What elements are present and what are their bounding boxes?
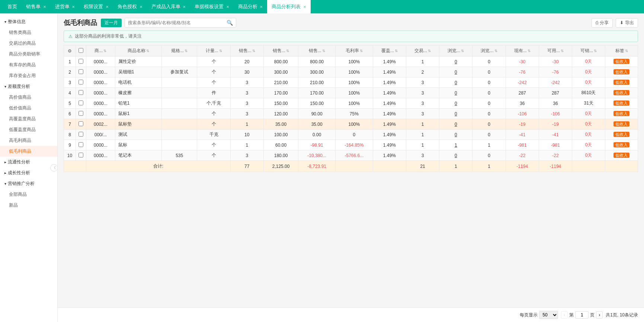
nav-home[interactable]: 首页: [3, 0, 22, 13]
row-view1[interactable]: 0: [439, 98, 472, 109]
sidebar-item-high-value[interactable]: 高价值商品: [0, 92, 57, 103]
per-page-select[interactable]: 50 20 100: [539, 311, 558, 319]
col-sales3[interactable]: 销售...⇅: [298, 45, 336, 57]
col-name[interactable]: 商品名称⇅: [115, 45, 161, 57]
share-button[interactable]: ⎙ 分享: [592, 18, 613, 28]
row-name[interactable]: 鼠标: [115, 140, 161, 150]
row-name[interactable]: 笔记本: [115, 150, 161, 161]
row-checkbox-cell[interactable]: [76, 57, 86, 67]
export-button[interactable]: ⬇ 导出: [616, 18, 638, 28]
col-gross[interactable]: 毛利率⇅: [336, 45, 373, 57]
nav-goods-analysis[interactable]: 商品分析 ✕: [234, 0, 267, 13]
filter-month-button[interactable]: 近一月: [101, 19, 122, 27]
sidebar-item-all-goods[interactable]: 全部商品: [0, 189, 57, 200]
row-checkbox[interactable]: [79, 142, 83, 147]
col-tag[interactable]: 标签⇅: [605, 45, 638, 57]
nav-close-goods-analysis-list[interactable]: ✕: [303, 5, 306, 9]
sidebar-item-low-value[interactable]: 低价值商品: [0, 103, 57, 114]
sidebar-item-in-stock[interactable]: 有库存的商品: [0, 60, 57, 70]
row-checkbox-cell[interactable]: [76, 88, 86, 98]
row-checkbox[interactable]: [79, 132, 83, 137]
nav-close-permission[interactable]: ✕: [106, 5, 109, 9]
sidebar-item-high-coverage[interactable]: 高覆盖度商品: [0, 114, 57, 124]
sidebar-collapse-btn[interactable]: 《: [50, 164, 58, 172]
nav-close-purchase[interactable]: ✕: [72, 5, 75, 9]
row-view1[interactable]: 0: [439, 109, 472, 119]
nav-close-sales[interactable]: ✕: [43, 5, 46, 9]
sidebar-item-low-profit[interactable]: 低毛利商品: [0, 146, 57, 157]
sidebar-item-sales-goods[interactable]: 销售类商品: [0, 27, 57, 38]
row-checkbox-cell[interactable]: [76, 130, 86, 140]
sidebar-group-growth[interactable]: ▸ 成长性分析: [0, 168, 57, 178]
sidebar-item-low-coverage[interactable]: 低覆盖度商品: [0, 124, 57, 135]
row-view1[interactable]: 0: [439, 77, 472, 88]
col-settings[interactable]: ⚙: [64, 45, 76, 57]
nav-close-role[interactable]: ✕: [140, 5, 142, 9]
sidebar-item-capital[interactable]: 库存资金占用: [0, 70, 57, 81]
nav-close-product-entry[interactable]: ✕: [183, 5, 186, 9]
row-checkbox[interactable]: [79, 80, 83, 85]
col-trade[interactable]: 交易...⇅: [406, 45, 439, 57]
col-avail[interactable]: 可用...⇅: [539, 45, 572, 57]
search-icon[interactable]: 🔍: [227, 20, 233, 26]
col-stock[interactable]: 现有...⇅: [506, 45, 539, 57]
row-checkbox[interactable]: [79, 111, 83, 116]
nav-role[interactable]: 角色授权 ✕: [113, 0, 147, 13]
row-view1[interactable]: 0: [439, 150, 472, 161]
col-code[interactable]: 商...⇅: [86, 45, 115, 57]
sidebar-item-high-profit[interactable]: 高毛利商品: [0, 135, 57, 146]
row-name[interactable]: 鼠标垫: [115, 119, 161, 130]
row-checkbox-cell[interactable]: [76, 140, 86, 150]
col-salable[interactable]: 可销...⇅: [572, 45, 605, 57]
sidebar-item-category-rate[interactable]: 商品分类助销率: [0, 49, 57, 60]
col-sales2[interactable]: 销售...⇅: [263, 45, 298, 57]
nav-sales[interactable]: 销售单 ✕: [22, 0, 51, 13]
row-name[interactable]: 吴细细1: [115, 67, 161, 77]
sidebar-group-flow[interactable]: ▸ 流通性分析: [0, 157, 57, 168]
row-view1[interactable]: 0: [439, 67, 472, 77]
sidebar-group-marketing[interactable]: ▾ 营销推广分析: [0, 178, 57, 189]
row-view1[interactable]: 1: [439, 140, 472, 150]
sidebar-item-new-goods[interactable]: 新品: [0, 200, 57, 211]
next-page-button[interactable]: ›: [596, 311, 603, 319]
row-checkbox-cell[interactable]: [76, 109, 86, 119]
row-view1[interactable]: 0: [439, 119, 472, 130]
col-view1[interactable]: 浏览...⇅: [439, 45, 472, 57]
row-checkbox[interactable]: [79, 121, 83, 126]
row-name[interactable]: 属性定价: [115, 57, 161, 67]
row-name[interactable]: 铅笔1: [115, 98, 161, 109]
sidebar-group-overall[interactable]: ▾ 整体信息: [0, 16, 57, 27]
nav-close-goods-analysis[interactable]: ✕: [260, 5, 263, 9]
nav-purchase[interactable]: 进货单 ✕: [51, 0, 80, 13]
search-input[interactable]: [128, 20, 227, 25]
row-checkbox[interactable]: [79, 90, 83, 95]
row-name[interactable]: 鼠标1: [115, 109, 161, 119]
prev-page-button[interactable]: ‹: [561, 311, 568, 319]
col-checkbox[interactable]: [76, 45, 86, 57]
page-input[interactable]: [575, 311, 589, 319]
row-checkbox-cell[interactable]: [76, 98, 86, 109]
row-checkbox-cell[interactable]: [76, 67, 86, 77]
nav-permission[interactable]: 权限设置 ✕: [79, 0, 113, 13]
sidebar-item-traded-goods[interactable]: 交易过的商品: [0, 38, 57, 49]
row-checkbox[interactable]: [79, 101, 83, 105]
sidebar-group-gap[interactable]: ▾ 差额度分析: [0, 81, 57, 92]
nav-template[interactable]: 单据模板设置 ✕: [190, 0, 234, 13]
nav-goods-analysis-list[interactable]: 商品分析列表 ✕: [267, 0, 311, 13]
row-checkbox-cell[interactable]: [76, 150, 86, 161]
col-view2[interactable]: 浏览...⇅: [472, 45, 506, 57]
row-view1[interactable]: 0: [439, 57, 472, 67]
nav-product-entry[interactable]: 产成品入库单 ✕: [147, 0, 190, 13]
row-view1[interactable]: 0: [439, 130, 472, 140]
col-unit[interactable]: 计量...⇅: [197, 45, 230, 57]
row-view1[interactable]: 0: [439, 88, 472, 98]
row-checkbox[interactable]: [79, 69, 83, 74]
col-sales1[interactable]: 销售...⇅: [230, 45, 263, 57]
col-cover[interactable]: 覆盖...⇅: [373, 45, 406, 57]
row-name[interactable]: 测试: [115, 130, 161, 140]
col-spec[interactable]: 规格...⇅: [161, 45, 197, 57]
row-checkbox-cell[interactable]: [76, 119, 86, 130]
nav-close-template[interactable]: ✕: [226, 5, 229, 9]
settings-icon[interactable]: ⚙: [68, 48, 72, 54]
row-name[interactable]: 电话机: [115, 77, 161, 88]
